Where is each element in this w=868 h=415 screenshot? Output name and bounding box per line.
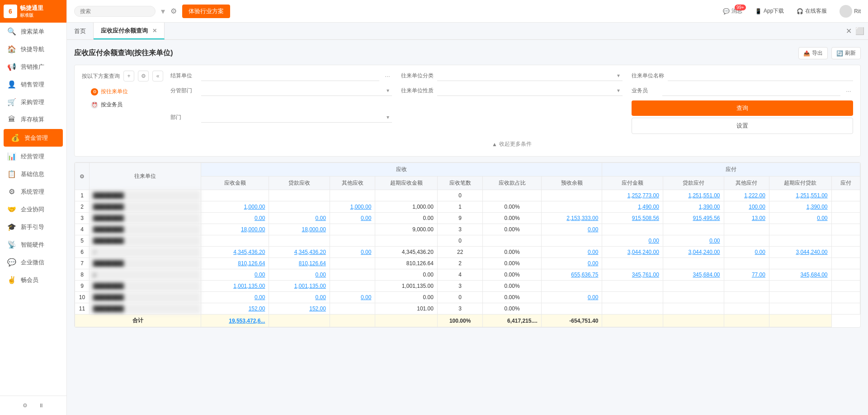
topbar-search-input[interactable]	[74, 6, 156, 17]
table-cell[interactable]: 2,153,333.00	[541, 213, 602, 224]
table-cell[interactable]: 0.00	[330, 247, 375, 258]
table-cell[interactable]: 152.00	[201, 303, 269, 315]
sidebar-item-base-info[interactable]: 📋 基础信息	[0, 165, 66, 183]
table-cell[interactable]	[541, 190, 602, 201]
table-cell[interactable]: 18,000.00	[269, 224, 330, 235]
table-cell[interactable]: 0.00	[269, 292, 330, 303]
table-cell[interactable]	[330, 281, 375, 292]
filter-lwdwxz-select[interactable]: ▾	[437, 86, 623, 96]
table-cell[interactable]: 915,495.56	[663, 213, 724, 224]
table-cell[interactable]: 0.00	[541, 224, 602, 235]
tab-ar-ap[interactable]: 应收应付余额查询 ✕	[94, 23, 165, 39]
table-cell[interactable]	[724, 303, 769, 315]
sidebar-item-purchase[interactable]: 🛒 采购管理	[0, 93, 66, 111]
online-service-btn[interactable]: 🎧 在线客服	[797, 7, 827, 15]
table-cell[interactable]: 0.00	[541, 247, 602, 258]
table-cell[interactable]	[724, 292, 769, 303]
table-cell[interactable]: 3,044,240.00	[602, 247, 663, 258]
add-scheme-btn[interactable]: +	[123, 71, 134, 81]
table-cell[interactable]	[541, 235, 602, 247]
table-cell[interactable]	[769, 281, 831, 292]
scheme-item-1[interactable]: ⏰ 按业务员	[87, 99, 163, 110]
filter-bm-select[interactable]: ▾	[201, 112, 392, 123]
table-cell[interactable]: 100.00	[724, 201, 769, 213]
table-cell[interactable]: 0.00	[330, 292, 375, 303]
table-cell[interactable]	[769, 258, 831, 269]
table-cell[interactable]: 77.00	[724, 269, 769, 281]
table-cell[interactable]	[724, 224, 769, 235]
tab-close-icon[interactable]: ✕	[152, 28, 157, 34]
table-cell[interactable]	[663, 281, 724, 292]
table-cell[interactable]: 1,251,551.00	[663, 190, 724, 201]
user-info[interactable]: Rit	[840, 5, 861, 18]
table-cell[interactable]: 1,252,773.00	[602, 190, 663, 201]
table-cell[interactable]: 0.00	[663, 235, 724, 247]
table-cell[interactable]: 0.00	[201, 213, 269, 224]
table-cell[interactable]	[769, 235, 831, 247]
table-cell[interactable]	[602, 281, 663, 292]
table-cell[interactable]	[269, 235, 330, 247]
sidebar-item-quick-nav[interactable]: 🏠 快捷导航	[0, 40, 66, 58]
table-cell[interactable]	[330, 303, 375, 315]
table-cell[interactable]: 18,000.00	[201, 224, 269, 235]
table-cell[interactable]: 152.00	[269, 303, 330, 315]
scheme-item-0[interactable]: ⚙ 按往来单位	[87, 86, 163, 97]
tab-home[interactable]: 首页	[67, 23, 94, 39]
sidebar-item-operation[interactable]: 📊 经营管理	[0, 148, 66, 165]
sidebar-item-system[interactable]: ⚙ 系统管理	[0, 183, 66, 200]
setting-button[interactable]: 设置	[632, 118, 853, 134]
th-gear[interactable]: ⚙	[75, 163, 90, 190]
sidebar-item-member[interactable]: ✌ 畅会员	[0, 271, 66, 289]
sidebar-item-sales[interactable]: 👤 销售管理	[0, 76, 66, 93]
table-cell[interactable]	[769, 292, 831, 303]
table-cell[interactable]: 1,490.00	[602, 201, 663, 213]
table-cell[interactable]: 1,390.00	[663, 201, 724, 213]
filter-fgbm-select[interactable]: ▾	[201, 86, 392, 96]
table-cell[interactable]: 915,508.56	[602, 213, 663, 224]
table-cell[interactable]: 0.00	[541, 292, 602, 303]
table-cell[interactable]: 0.00	[269, 213, 330, 224]
table-cell[interactable]	[541, 201, 602, 213]
sidebar-item-search[interactable]: 🔍 搜索菜单	[0, 23, 66, 40]
filter-lwdwfl-select[interactable]: ▾	[437, 71, 623, 81]
table-cell[interactable]	[602, 292, 663, 303]
filter-lwdwmc-input[interactable]	[668, 71, 853, 81]
collapse-footer-btn[interactable]: ⏸	[35, 400, 47, 411]
sidebar-item-marketing[interactable]: 📢 营销推广	[0, 58, 66, 76]
table-cell[interactable]: 1,001,135.00	[201, 281, 269, 292]
table-cell[interactable]	[269, 201, 330, 213]
table-cell[interactable]: 0.00	[269, 269, 330, 281]
table-cell[interactable]: 345,684.00	[663, 269, 724, 281]
table-cell[interactable]	[269, 190, 330, 201]
app-download-btn[interactable]: 📱 App下载	[755, 7, 784, 15]
table-cell[interactable]: 1,000.00	[201, 201, 269, 213]
collapse-more-btn[interactable]: ▲ 收起更多条件	[170, 138, 853, 151]
table-cell[interactable]: 0.00	[602, 235, 663, 247]
tab-expand-btn[interactable]: ⬜	[855, 27, 864, 35]
sidebar-item-guide[interactable]: 🎓 新手引导	[0, 218, 66, 236]
table-cell[interactable]: 0.00	[201, 292, 269, 303]
table-cell[interactable]: 1,001,135.00	[269, 281, 330, 292]
table-cell[interactable]	[330, 190, 375, 201]
settings-footer-btn[interactable]: ⚙	[19, 400, 31, 411]
table-cell[interactable]: 0.00	[201, 269, 269, 281]
table-cell[interactable]: 1,222.00	[724, 190, 769, 201]
table-cell[interactable]	[769, 303, 831, 315]
table-cell[interactable]: 1,390.00	[769, 201, 831, 213]
table-cell[interactable]	[330, 269, 375, 281]
refresh-button[interactable]: 🔄 刷新	[831, 47, 861, 59]
tab-close-btn[interactable]: ✕	[846, 27, 852, 35]
table-cell[interactable]: 810,126.64	[269, 258, 330, 269]
table-cell[interactable]: 0.00	[330, 213, 375, 224]
table-cell[interactable]	[602, 258, 663, 269]
table-cell[interactable]: 345,761.00	[602, 269, 663, 281]
table-cell[interactable]: 3,044,240.00	[663, 247, 724, 258]
message-btn[interactable]: 💬 消息 99+	[723, 7, 742, 15]
filter-jsdw-input[interactable]	[201, 71, 379, 81]
table-cell[interactable]	[330, 224, 375, 235]
table-cell[interactable]	[724, 258, 769, 269]
sidebar-item-wechat[interactable]: 💬 企业微信	[0, 253, 66, 271]
total-ar[interactable]: 19,553,472,6...	[201, 315, 269, 327]
table-cell[interactable]	[724, 235, 769, 247]
sidebar-item-hardware[interactable]: 📡 智能硬件	[0, 236, 66, 253]
